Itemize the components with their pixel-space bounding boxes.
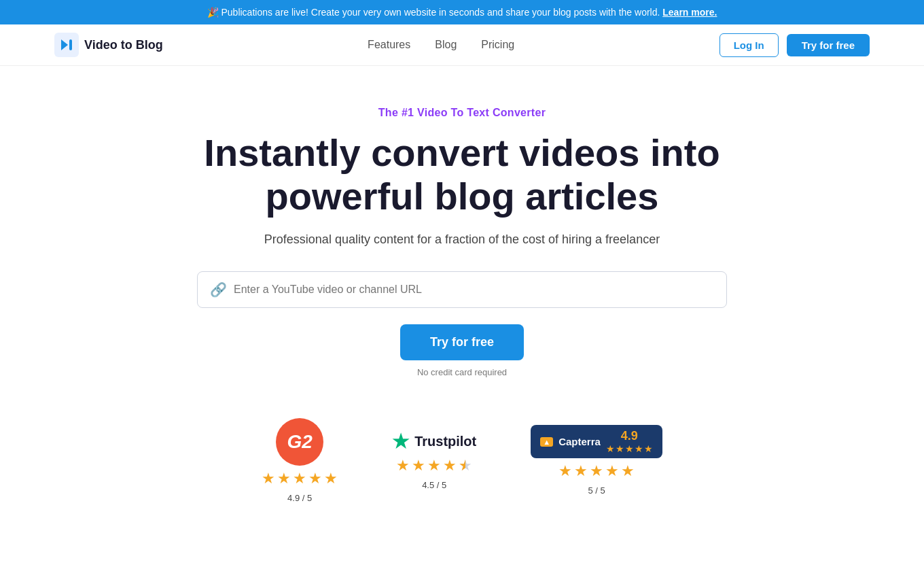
nav-link-pricing[interactable]: Pricing <box>481 39 514 51</box>
nav-link-features[interactable]: Features <box>368 39 410 51</box>
banner-link[interactable]: Learn more. <box>662 7 717 18</box>
hero-subtitle: The #1 Video To Text Converter <box>378 107 546 119</box>
trustpilot-rating: ★ Trustpilot ★ ★ ★ ★ ★★ 4.5 / 5 <box>392 430 476 490</box>
url-input-container: 🔗 <box>197 271 727 308</box>
nav-links: Features Blog Pricing <box>368 39 514 51</box>
hero-description: Professional quality content for a fract… <box>264 233 660 247</box>
capterra-badge: ▲ Capterra 4.9 ★ ★ ★ ★ ★ <box>531 425 662 458</box>
ratings-section: G2 ★ ★ ★ ★ ★ 4.9 / 5 ★ Trustpilot ★ ★ ★ … <box>262 411 662 523</box>
try-for-free-nav-button[interactable]: Try for free <box>787 34 870 56</box>
g2-badge: G2 <box>276 418 323 466</box>
logo-icon <box>54 33 79 57</box>
capterra-label: Capterra <box>558 436 601 447</box>
hero-title-line1: Instantly convert videos into <box>204 131 719 174</box>
capterra-flag: ▲ <box>540 437 553 447</box>
trustpilot-badge: ★ Trustpilot <box>392 430 476 453</box>
try-for-free-hero-button[interactable]: Try for free <box>400 324 524 360</box>
url-input[interactable] <box>234 284 714 296</box>
nav-logo[interactable]: Video to Blog <box>54 33 163 57</box>
banner-text: 🎉 Publications are live! Create your ver… <box>207 7 660 18</box>
no-credit-card-text: No credit card required <box>417 367 507 377</box>
trustpilot-star-icon: ★ <box>392 430 409 453</box>
capterra-score-number: 4.9 <box>606 429 653 443</box>
g2-score: 4.9 / 5 <box>287 493 312 503</box>
navbar: Video to Blog Features Blog Pricing Log … <box>0 24 924 66</box>
capterra-stars: ★ ★ ★ ★ ★ <box>558 462 635 480</box>
nav-actions: Log In Try for free <box>719 33 870 57</box>
link-icon: 🔗 <box>210 281 227 298</box>
hero-section: The #1 Video To Text Converter Instantly… <box>0 66 924 551</box>
trustpilot-score: 4.5 / 5 <box>422 480 446 490</box>
capterra-rating: ▲ Capterra 4.9 ★ ★ ★ ★ ★ ★ ★ ★ ★ <box>531 425 662 496</box>
svg-rect-1 <box>69 39 72 50</box>
capterra-stars-small: ★ ★ ★ ★ ★ <box>606 443 653 454</box>
g2-rating: G2 ★ ★ ★ ★ ★ 4.9 / 5 <box>262 418 338 503</box>
g2-stars: ★ ★ ★ ★ ★ <box>262 470 338 487</box>
announcement-banner: 🎉 Publications are live! Create your ver… <box>0 0 924 24</box>
capterra-score-block: 4.9 ★ ★ ★ ★ ★ <box>606 429 653 454</box>
hero-title: Instantly convert videos into powerful b… <box>204 131 719 219</box>
logo-text: Video to Blog <box>84 38 163 52</box>
nav-link-blog[interactable]: Blog <box>435 39 457 51</box>
login-button[interactable]: Log In <box>719 33 779 57</box>
hero-title-line2: powerful blog articles <box>266 175 659 218</box>
trustpilot-label: Trustpilot <box>414 434 476 449</box>
trustpilot-stars: ★ ★ ★ ★ ★★ <box>396 457 472 475</box>
capterra-score-text: 5 / 5 <box>588 485 605 496</box>
